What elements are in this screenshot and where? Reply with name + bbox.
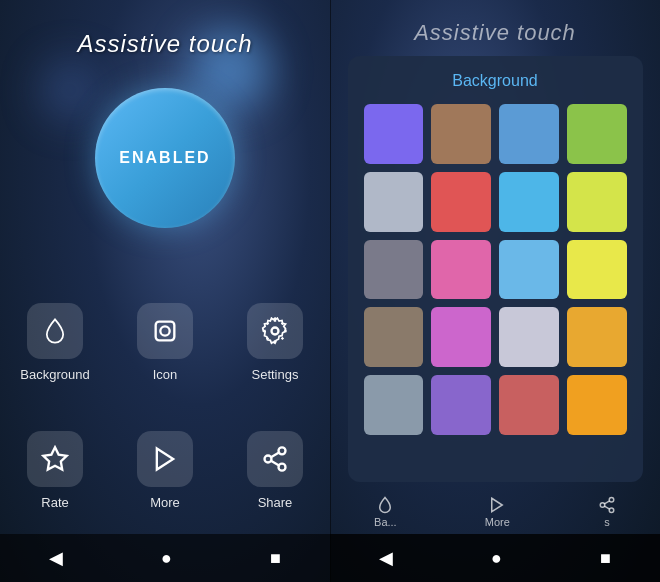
right-back-button[interactable]: ◀ [369,537,403,579]
color-swatch-1[interactable] [431,104,491,164]
left-home-button[interactable]: ● [151,538,182,579]
icon-icon-box [137,303,193,359]
right-home-button[interactable]: ● [481,538,512,579]
color-swatch-5[interactable] [431,172,491,232]
bottom-share-label: s [604,516,610,528]
more-icon-box [137,431,193,487]
bottom-more-icon [488,496,506,514]
menu-grid: Background Icon [0,278,330,534]
right-nav-bar: ◀ ● ■ [330,534,660,582]
circle-square-icon [151,317,179,345]
bottom-share-icon [598,496,616,514]
color-swatch-7[interactable] [567,172,627,232]
bottom-background-label: Ba... [374,516,397,528]
share-icon-box [247,431,303,487]
right-content: Assistive touch Background Ba... More [330,0,660,582]
play-icon [151,445,179,473]
panel-title: Background [364,72,627,90]
svg-point-6 [265,455,272,462]
bottom-share-item[interactable]: s [598,496,616,528]
menu-item-icon[interactable]: Icon [110,278,220,406]
color-swatch-10[interactable] [499,240,559,300]
settings-label: Settings [252,367,299,382]
more-label: More [150,495,180,510]
menu-item-more[interactable]: More [110,406,220,534]
svg-point-13 [609,508,614,513]
color-swatch-9[interactable] [431,240,491,300]
color-swatch-3[interactable] [567,104,627,164]
menu-item-rate[interactable]: Rate [0,406,110,534]
color-swatch-8[interactable] [364,240,424,300]
right-recent-button[interactable]: ■ [590,538,621,579]
rate-icon-box [27,431,83,487]
color-swatch-17[interactable] [431,375,491,435]
background-label: Background [20,367,89,382]
color-swatch-12[interactable] [364,307,424,367]
color-swatch-19[interactable] [567,375,627,435]
enabled-button[interactable]: ENABLED [95,88,235,228]
right-panel: Assistive touch Background Ba... More [330,0,660,582]
svg-point-7 [279,463,286,470]
svg-line-15 [604,501,609,504]
color-swatch-6[interactable] [499,172,559,232]
icon-label: Icon [153,367,178,382]
settings-icon-box [247,303,303,359]
rate-label: Rate [41,495,68,510]
svg-point-2 [272,327,279,334]
share-icon [261,445,289,473]
svg-point-12 [600,503,605,508]
color-grid [364,104,627,435]
svg-point-5 [279,447,286,454]
left-nav-bar: ◀ ● ■ [0,534,330,582]
svg-line-8 [271,460,279,465]
menu-item-background[interactable]: Background [0,278,110,406]
color-swatch-14[interactable] [499,307,559,367]
menu-item-settings[interactable]: Settings [220,278,330,406]
svg-point-11 [609,498,614,503]
svg-marker-10 [492,498,503,512]
left-panel: Assistive touch ENABLED Background [0,0,330,582]
bottom-background-icon [376,496,394,514]
svg-point-1 [160,326,169,335]
color-swatch-16[interactable] [364,375,424,435]
app-title-right: Assistive touch [414,20,576,46]
share-label: Share [258,495,293,510]
panel-divider [330,0,331,582]
color-picker-panel: Background [348,56,643,482]
svg-rect-0 [156,321,175,340]
color-swatch-4[interactable] [364,172,424,232]
color-swatch-0[interactable] [364,104,424,164]
droplet-icon [41,317,69,345]
color-swatch-13[interactable] [431,307,491,367]
bottom-background-item[interactable]: Ba... [374,496,397,528]
bottom-more-item[interactable]: More [485,496,510,528]
color-swatch-2[interactable] [499,104,559,164]
left-back-button[interactable]: ◀ [39,537,73,579]
svg-marker-4 [157,448,173,469]
color-swatch-11[interactable] [567,240,627,300]
menu-item-share[interactable]: Share [220,406,330,534]
svg-marker-3 [43,447,66,469]
color-swatch-15[interactable] [567,307,627,367]
left-content: Assistive touch ENABLED Background [0,0,330,582]
left-recent-button[interactable]: ■ [260,538,291,579]
svg-line-9 [271,452,279,457]
star-icon [41,445,69,473]
gear-icon [261,317,289,345]
app-title-left: Assistive touch [77,30,252,58]
bottom-more-label: More [485,516,510,528]
color-swatch-18[interactable] [499,375,559,435]
background-icon-box [27,303,83,359]
svg-line-14 [604,506,609,509]
